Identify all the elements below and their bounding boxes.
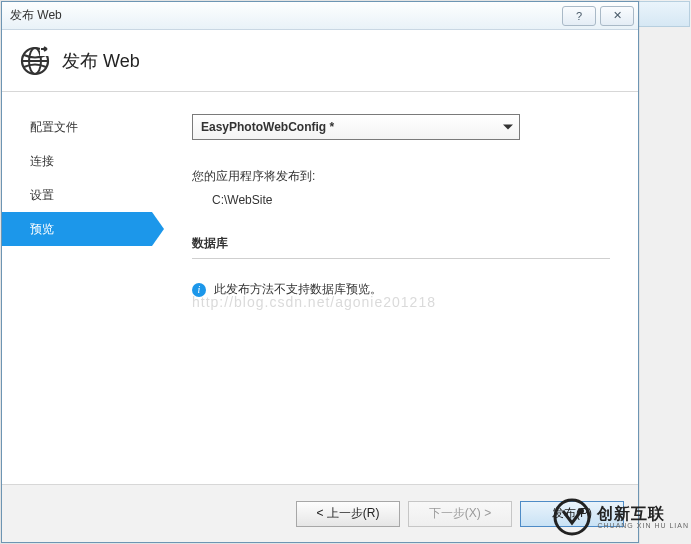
brand-subtitle: CHUANG XIN HU LIAN <box>597 522 689 529</box>
svg-point-4 <box>555 500 589 534</box>
sidebar-item-profile[interactable]: 配置文件 <box>2 110 152 144</box>
brand-logo-icon <box>553 498 591 536</box>
sidebar-item-settings[interactable]: 设置 <box>2 178 152 212</box>
sidebar-item-label: 连接 <box>30 153 54 170</box>
next-button: 下一步(X) > <box>408 501 512 527</box>
button-label: 下一步(X) > <box>429 505 491 522</box>
dialog-header: 发布 Web <box>2 30 638 92</box>
window-title: 发布 Web <box>10 7 558 24</box>
database-section-title: 数据库 <box>192 235 610 259</box>
help-button[interactable]: ? <box>562 6 596 26</box>
background-window-fragment <box>639 1 690 27</box>
info-icon: i <box>192 283 206 297</box>
globe-icon <box>20 46 50 76</box>
dialog-footer: < 上一步(R) 下一步(X) > 发布(P) <box>2 484 638 542</box>
brand-name: 创新互联 <box>597 506 689 522</box>
help-icon: ? <box>576 10 582 22</box>
brand-overlay: 创新互联 CHUANG XIN HU LIAN <box>553 498 689 536</box>
dialog-title: 发布 Web <box>62 49 140 73</box>
wizard-sidebar: 配置文件 连接 设置 预览 <box>2 92 152 484</box>
profile-dropdown-value: EasyPhotoWebConfig * <box>201 120 334 134</box>
sidebar-item-label: 预览 <box>30 221 54 238</box>
publish-target-label: 您的应用程序将发布到: <box>192 168 610 185</box>
close-button[interactable]: ✕ <box>600 6 634 26</box>
svg-point-5 <box>578 508 584 514</box>
publish-web-dialog: 发布 Web ? ✕ 发布 Web 配置文件 连接 设置 预览 <box>1 1 639 543</box>
prev-button[interactable]: < 上一步(R) <box>296 501 400 527</box>
profile-dropdown[interactable]: EasyPhotoWebConfig * <box>192 114 520 140</box>
sidebar-item-preview[interactable]: 预览 <box>2 212 152 246</box>
chevron-down-icon <box>503 125 513 130</box>
info-row: i 此发布方法不支持数据库预览。 <box>192 281 610 298</box>
sidebar-item-connection[interactable]: 连接 <box>2 144 152 178</box>
titlebar: 发布 Web ? ✕ <box>2 2 638 30</box>
sidebar-item-label: 配置文件 <box>30 119 78 136</box>
publish-target-path: C:\WebSite <box>192 193 610 207</box>
close-icon: ✕ <box>613 9 622 22</box>
button-label: < 上一步(R) <box>317 505 380 522</box>
content-panel: EasyPhotoWebConfig * 您的应用程序将发布到: C:\WebS… <box>152 92 638 484</box>
info-message: 此发布方法不支持数据库预览。 <box>214 281 382 298</box>
dialog-body: 配置文件 连接 设置 预览 EasyPhotoWebConfig * 您的应用程… <box>2 92 638 484</box>
sidebar-item-label: 设置 <box>30 187 54 204</box>
